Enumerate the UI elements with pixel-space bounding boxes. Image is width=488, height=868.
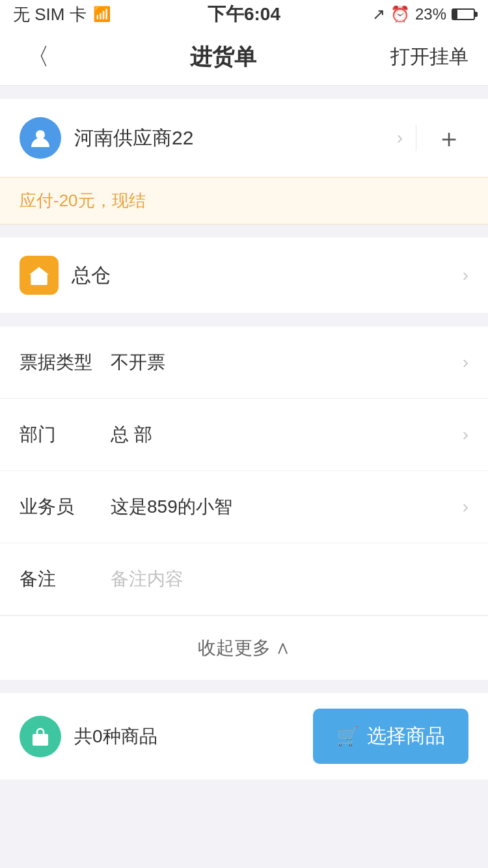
supplier-chevron-icon: ›	[397, 128, 403, 148]
salesperson-label: 业务员	[20, 495, 111, 519]
location-icon: ↗	[372, 5, 385, 23]
svg-rect-3	[37, 278, 41, 285]
status-bar: 无 SIM 卡 📶 下午6:04 ↗ ⏰ 23%	[0, 0, 488, 29]
invoice-type-chevron-icon: ›	[463, 352, 468, 373]
battery-text: 23%	[415, 5, 446, 23]
warehouse-chevron-icon: ›	[463, 265, 468, 286]
vertical-divider	[416, 125, 416, 151]
svg-marker-2	[29, 267, 49, 275]
remark-input[interactable]: 备注内容	[111, 567, 468, 591]
department-label: 部门	[20, 422, 111, 447]
warehouse-row[interactable]: 总仓 ›	[0, 237, 488, 314]
status-time: 下午6:04	[208, 2, 280, 27]
invoice-type-value: 不开票	[111, 350, 463, 375]
salesperson-chevron-icon: ›	[463, 496, 468, 517]
add-supplier-button[interactable]: ＋	[429, 120, 468, 156]
select-product-label: 选择商品	[367, 723, 445, 750]
warehouse-icon	[20, 256, 59, 295]
back-button[interactable]: 〈	[20, 34, 56, 79]
department-chevron-icon: ›	[463, 424, 468, 445]
carrier-text: 无 SIM 卡	[13, 3, 87, 26]
invoice-type-label: 票据类型	[20, 350, 111, 375]
battery-icon	[452, 8, 475, 20]
alarm-icon: ⏰	[390, 5, 410, 23]
section-gap-1	[0, 224, 488, 237]
select-product-button[interactable]: 🛒 选择商品	[313, 709, 468, 764]
wifi-icon: 📶	[93, 6, 111, 23]
svg-rect-4	[33, 734, 48, 746]
collapse-button[interactable]: 收起更多 ∧	[0, 616, 488, 680]
top-gap	[0, 86, 488, 99]
status-left: 无 SIM 卡 📶	[13, 3, 111, 26]
remark-row[interactable]: 备注 备注内容	[0, 543, 488, 616]
supplier-row[interactable]: 河南供应商22 › ＋	[0, 99, 488, 177]
section-gap-2	[0, 314, 488, 327]
department-value: 总 部	[111, 422, 463, 447]
open-pending-button[interactable]: 打开挂单	[390, 44, 468, 70]
remark-label: 备注	[20, 567, 111, 591]
supplier-section: 河南供应商22 › ＋ 应付-20元，现结	[0, 99, 488, 224]
salesperson-value: 这是859的小智	[111, 495, 463, 519]
salesperson-row[interactable]: 业务员 这是859的小智 ›	[0, 471, 488, 543]
product-bag-icon	[29, 725, 52, 748]
invoice-type-row[interactable]: 票据类型 不开票 ›	[0, 327, 488, 399]
status-right: ↗ ⏰ 23%	[372, 5, 475, 23]
empty-area	[0, 780, 488, 868]
supplier-avatar	[20, 117, 61, 159]
cart-icon: 🛒	[336, 726, 359, 747]
department-row[interactable]: 部门 总 部 ›	[0, 399, 488, 471]
nav-bar: 〈 进货单 打开挂单	[0, 29, 488, 86]
bottom-bar: 共0种商品 🛒 选择商品	[0, 693, 488, 780]
warehouse-name: 总仓	[72, 262, 463, 289]
supplier-name: 河南供应商22	[74, 125, 397, 152]
form-section: 票据类型 不开票 › 部门 总 部 › 业务员 这是859的小智 › 备注 备注…	[0, 327, 488, 680]
warehouse-svg-icon	[28, 264, 50, 286]
person-icon	[29, 126, 52, 150]
svg-point-0	[36, 130, 45, 139]
page-title: 进货单	[190, 42, 256, 72]
product-count-label: 共0种商品	[74, 724, 313, 749]
notice-banner: 应付-20元，现结	[0, 177, 488, 224]
product-icon	[20, 716, 61, 757]
